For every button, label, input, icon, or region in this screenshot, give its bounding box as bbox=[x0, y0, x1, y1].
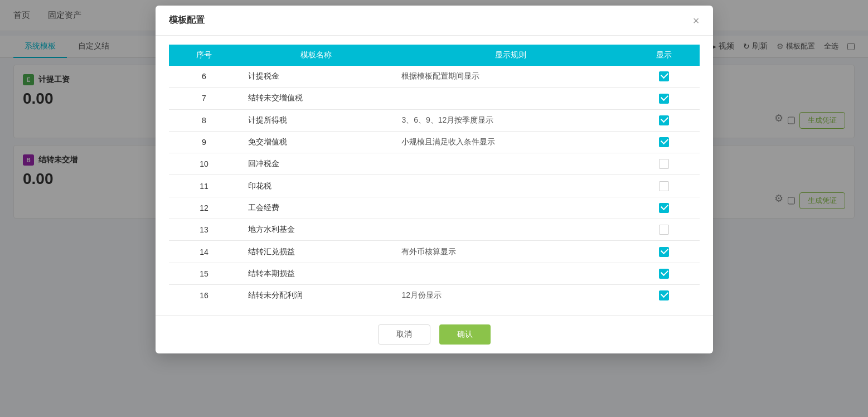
cell-seq: 16 bbox=[169, 284, 240, 306]
table-row: 7结转未交增值税 bbox=[169, 88, 700, 109]
table-row: 6计提税金根据模板配置期间显示 bbox=[169, 66, 700, 88]
cell-rule bbox=[392, 153, 628, 175]
cell-checkbox bbox=[629, 263, 700, 284]
cell-seq: 11 bbox=[169, 175, 240, 197]
cell-rule: 小规模且满足收入条件显示 bbox=[392, 131, 628, 153]
col-rule: 显示规则 bbox=[392, 45, 628, 66]
dialog-footer: 取消 确认 bbox=[156, 315, 713, 353]
cell-name: 结转未交增值税 bbox=[239, 88, 392, 109]
dialog-close-button[interactable]: × bbox=[693, 15, 700, 26]
cell-name: 免交增值税 bbox=[239, 131, 392, 153]
cell-checkbox bbox=[629, 131, 700, 153]
cell-rule bbox=[392, 88, 628, 109]
cell-name: 计提税金 bbox=[239, 66, 392, 88]
modal-overlay: 模板配置 × 序号 模板名称 显示规则 显示 6计提税金根据模板配置期间显示7结… bbox=[0, 0, 868, 417]
cell-checkbox bbox=[629, 109, 700, 131]
col-seq: 序号 bbox=[169, 45, 240, 66]
row-checkbox[interactable] bbox=[659, 94, 669, 104]
cell-name: 地方水利基金 bbox=[239, 219, 392, 241]
cell-seq: 14 bbox=[169, 241, 240, 263]
row-checkbox[interactable] bbox=[659, 137, 669, 147]
table-row: 8计提所得税3、6、9、12月按季度显示 bbox=[169, 109, 700, 131]
cell-checkbox bbox=[629, 66, 700, 88]
cell-rule: 有外币核算显示 bbox=[392, 241, 628, 263]
dialog-header: 模板配置 × bbox=[156, 6, 713, 36]
col-display: 显示 bbox=[629, 45, 700, 66]
table-row: 10回冲税金 bbox=[169, 153, 700, 175]
cell-rule bbox=[392, 197, 628, 219]
cell-checkbox bbox=[629, 219, 700, 241]
row-checkbox[interactable] bbox=[659, 203, 669, 213]
row-checkbox[interactable] bbox=[659, 225, 669, 235]
row-checkbox[interactable] bbox=[659, 290, 669, 300]
row-checkbox[interactable] bbox=[659, 269, 669, 279]
cell-seq: 8 bbox=[169, 109, 240, 131]
table-row: 11印花税 bbox=[169, 175, 700, 197]
cell-rule: 12月份显示 bbox=[392, 284, 628, 306]
config-table: 序号 模板名称 显示规则 显示 6计提税金根据模板配置期间显示7结转未交增值税8… bbox=[169, 45, 700, 306]
table-row: 9免交增值税小规模且满足收入条件显示 bbox=[169, 131, 700, 153]
row-checkbox[interactable] bbox=[659, 247, 669, 257]
table-header: 序号 模板名称 显示规则 显示 bbox=[169, 45, 700, 66]
cell-name: 计提所得税 bbox=[239, 109, 392, 131]
cell-name: 结转未分配利润 bbox=[239, 284, 392, 306]
cell-seq: 13 bbox=[169, 219, 240, 241]
row-checkbox[interactable] bbox=[659, 115, 669, 125]
cancel-button[interactable]: 取消 bbox=[378, 324, 430, 345]
cell-checkbox bbox=[629, 284, 700, 306]
cell-name: 印花税 bbox=[239, 175, 392, 197]
cell-rule: 3、6、9、12月按季度显示 bbox=[392, 109, 628, 131]
cell-checkbox bbox=[629, 153, 700, 175]
row-checkbox[interactable] bbox=[659, 159, 669, 169]
table-row: 14结转汇兑损益有外币核算显示 bbox=[169, 241, 700, 263]
dialog-body: 序号 模板名称 显示规则 显示 6计提税金根据模板配置期间显示7结转未交增值税8… bbox=[156, 36, 713, 315]
cell-checkbox bbox=[629, 197, 700, 219]
cell-name: 结转本期损益 bbox=[239, 263, 392, 284]
cell-seq: 9 bbox=[169, 131, 240, 153]
table-row: 16结转未分配利润12月份显示 bbox=[169, 284, 700, 306]
cell-checkbox bbox=[629, 175, 700, 197]
cell-rule bbox=[392, 175, 628, 197]
cell-name: 结转汇兑损益 bbox=[239, 241, 392, 263]
cell-seq: 15 bbox=[169, 263, 240, 284]
confirm-button[interactable]: 确认 bbox=[439, 324, 491, 345]
table-row: 13地方水利基金 bbox=[169, 219, 700, 241]
cell-seq: 6 bbox=[169, 66, 240, 88]
col-name: 模板名称 bbox=[239, 45, 392, 66]
cell-checkbox bbox=[629, 88, 700, 109]
dialog-title: 模板配置 bbox=[169, 14, 205, 26]
cell-seq: 10 bbox=[169, 153, 240, 175]
cell-name: 回冲税金 bbox=[239, 153, 392, 175]
table-body: 6计提税金根据模板配置期间显示7结转未交增值税8计提所得税3、6、9、12月按季… bbox=[169, 66, 700, 306]
row-checkbox[interactable] bbox=[659, 71, 669, 81]
cell-rule bbox=[392, 219, 628, 241]
table-row: 15结转本期损益 bbox=[169, 263, 700, 284]
table-row: 12工会经费 bbox=[169, 197, 700, 219]
row-checkbox[interactable] bbox=[659, 181, 669, 191]
template-config-dialog: 模板配置 × 序号 模板名称 显示规则 显示 6计提税金根据模板配置期间显示7结… bbox=[156, 6, 713, 353]
cell-name: 工会经费 bbox=[239, 197, 392, 219]
cell-checkbox bbox=[629, 241, 700, 263]
cell-rule bbox=[392, 263, 628, 284]
cell-seq: 12 bbox=[169, 197, 240, 219]
cell-rule: 根据模板配置期间显示 bbox=[392, 66, 628, 88]
cell-seq: 7 bbox=[169, 88, 240, 109]
